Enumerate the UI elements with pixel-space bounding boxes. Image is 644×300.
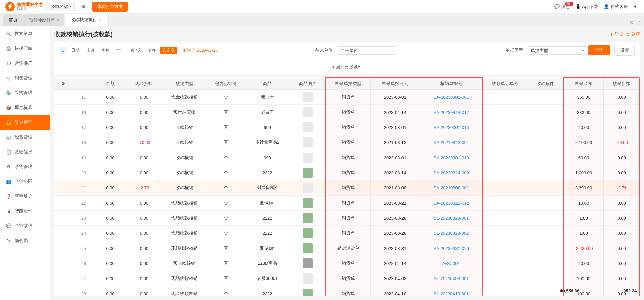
chart-icon: 📊 xyxy=(5,134,12,140)
table-row: 20 0.00 0.00 收款核销 否 2222 销货单 2023-03-14 … xyxy=(54,165,640,180)
cell-balance: 0.00 xyxy=(95,211,126,226)
bill-no-link[interactable]: SA-20230321-012 xyxy=(434,201,469,206)
tab-home[interactable]: 首页 xyxy=(3,14,23,26)
col-header-included: 包含已结清 xyxy=(207,78,245,90)
setting-button[interactable]: 设置 xyxy=(614,45,635,56)
cell-included: 否 xyxy=(207,196,245,211)
bill-no-link[interactable]: SA-20230314-008 xyxy=(434,170,469,175)
date-opt-lastmonth[interactable]: 上月 xyxy=(84,47,97,54)
close-window-icon[interactable]: ✕ xyxy=(629,19,634,26)
bill-no-link[interactable]: ABC-001 xyxy=(442,261,460,266)
tab-prepay-close[interactable]: × xyxy=(57,18,59,22)
sidebar-item-wechat[interactable]: 💬 企业微信 xyxy=(0,218,50,233)
cell-bill-type: 销货单 xyxy=(326,226,371,241)
tab-prepay[interactable]: 预付冲应付单 × xyxy=(23,14,64,26)
filter-collapse-btn[interactable]: » xyxy=(60,47,67,54)
sidebar-item-basic[interactable]: 📋 基础信息 xyxy=(0,144,50,159)
col-header-no xyxy=(72,78,95,90)
bill-no-link[interactable]: SA-20230301-010 xyxy=(434,125,469,130)
bill-no-link[interactable]: SA-20230414-017 xyxy=(434,110,469,115)
cell-bill-type: 销货单 xyxy=(326,271,371,286)
cell-no: 28 xyxy=(72,286,95,296)
cell-balance: 0.00 xyxy=(95,150,126,165)
cell-receipt-condition xyxy=(528,256,564,271)
search-icon: 🔍 xyxy=(5,30,12,37)
settings-button[interactable]: ⚙ xyxy=(79,2,88,11)
bill-no-link[interactable]: SA-20230301-001 xyxy=(434,95,469,100)
cell-product-img xyxy=(290,120,326,135)
sidebar-item-vip[interactable]: V 畅会员 xyxy=(0,233,50,248)
date-opt-thismonth[interactable]: 本月 xyxy=(99,47,112,54)
cell-bill-type: 销货单 xyxy=(326,120,371,135)
cell-no: 23 xyxy=(72,211,95,226)
refresh-button[interactable]: ↻ 刷新 xyxy=(626,31,640,37)
bill-no-link[interactable]: SL-20230418-001 xyxy=(434,291,469,296)
maximize-window-icon[interactable]: ⤢ xyxy=(636,19,641,26)
bill-no-link[interactable]: SA-20230331-026 xyxy=(434,246,469,251)
query-button[interactable]: 查询 xyxy=(588,45,610,55)
sidebar-item-smart[interactable]: 🖥 智能硬件 xyxy=(0,204,50,218)
date-opt-thisyear[interactable]: 本年 xyxy=(113,47,127,54)
cell-cash-discount: 0.00 xyxy=(126,120,162,135)
cell-receipt-condition xyxy=(528,196,564,211)
date-opt-more[interactable]: 更多 xyxy=(145,47,159,54)
bill-type-select[interactable]: 单据类型 xyxy=(527,46,587,55)
sidebar-item-business[interactable]: 📊 经营管理 xyxy=(0,130,50,144)
cell-writeoff-amount: 1,000.00 xyxy=(564,165,604,180)
gear-icon[interactable]: ⚙ xyxy=(61,81,65,86)
partner-label: 往来单位 xyxy=(315,47,333,53)
sidebar-item-marketing[interactable]: 🏷 营销推广 xyxy=(0,56,50,71)
sidebar-item-sales[interactable]: 🛒 销售管理 xyxy=(0,71,50,85)
export-button[interactable]: ⬆ 导出 xyxy=(610,31,624,37)
online-service-button[interactable]: 👤 在线客服 xyxy=(604,4,628,10)
app-download-button[interactable]: 📱 App下载 xyxy=(575,4,598,10)
cell-writeoff-amount: 333.00 xyxy=(564,105,604,120)
sidebar-item-inventory[interactable]: 📦 库存核算 xyxy=(0,100,50,115)
industry-button[interactable]: 体验行业方案 xyxy=(92,2,128,12)
cell-product: 123D商品 xyxy=(245,256,290,271)
bill-no-link[interactable]: SL-20230328-002 xyxy=(434,231,469,236)
table-row: 26 0.00 0.00 预收款核销 否 123D商品 销货单 2022-04-… xyxy=(54,256,640,271)
sidebar-item-quicknav[interactable]: 🏠 快捷导航 xyxy=(0,41,50,56)
cell-receipt-condition xyxy=(528,271,564,286)
cell-product-img xyxy=(290,180,326,196)
partner-input[interactable] xyxy=(337,46,397,55)
tab-receipt-close[interactable]: × xyxy=(99,18,101,22)
sidebar-item-purchase[interactable]: 🏪 采购管理 xyxy=(0,85,50,100)
company-selector[interactable]: 公司名称 ▾ xyxy=(47,2,75,11)
bill-no-link[interactable]: SA-20230301-010 xyxy=(434,155,469,160)
cell-product: 测试jun xyxy=(245,241,290,256)
bill-no-link[interactable]: SA-20210808-001 xyxy=(434,185,469,190)
cell-receipt-order-no xyxy=(483,241,528,256)
sidebar-item-finance[interactable]: 💰 资金管理 xyxy=(0,115,50,130)
cell-product: 测试多属性 xyxy=(245,180,290,196)
table-body: 15 0.00 0.00 现金收款核销 否 老白干 销货单 2023-03-01… xyxy=(54,90,640,296)
sidebar-item-search[interactable]: 🔍 搜索菜单 xyxy=(0,26,50,41)
bill-no-link[interactable]: SL-20230328-001 xyxy=(434,216,469,221)
bill-no-link[interactable]: SL-20230408-001 xyxy=(434,276,469,281)
cell-no: 26 xyxy=(72,256,95,271)
date-opt-custom[interactable]: 自定义 xyxy=(160,47,177,54)
cell-receipt-condition xyxy=(528,135,564,150)
cell-bill-no: SA-20230321-012 xyxy=(420,196,483,211)
bill-no-link[interactable]: SA-20210813-001 xyxy=(434,140,469,145)
cell-writeoff-amount: 1.00 xyxy=(564,211,604,226)
message-button[interactable]: 💬 消息 99+ xyxy=(554,4,570,10)
expand-conditions-btn[interactable]: ▾ 展开更多条件 xyxy=(332,64,362,70)
cell-bill-type: 销货单 xyxy=(326,105,371,120)
export-icon: ⬆ xyxy=(610,32,613,37)
cell-product: 老白干 xyxy=(245,105,290,120)
col-header-bill-no: 核销单报号 xyxy=(420,78,483,90)
tab-receipt[interactable]: 收款核销执行 × xyxy=(65,14,107,26)
date-opt-7days[interactable]: 近7天 xyxy=(128,47,144,54)
cell-gear xyxy=(54,180,72,196)
cell-writeoff-amount: 3,390.00 xyxy=(564,180,604,196)
cell-included: 否 xyxy=(207,226,245,241)
cell-writeoff-type: 现金收款核销 xyxy=(162,286,207,296)
sidebar-item-collab[interactable]: 👥 企业协同 xyxy=(0,174,50,189)
cell-bill-no: ABC-001 xyxy=(420,256,483,271)
sidebar-item-guide[interactable]: ❓ 新手引导 xyxy=(0,189,50,204)
sidebar-item-system[interactable]: ⚙ 系统管理 xyxy=(0,159,50,174)
cell-bill-date: 2023-03-28 xyxy=(371,211,420,226)
cell-included: 否 xyxy=(207,165,245,180)
